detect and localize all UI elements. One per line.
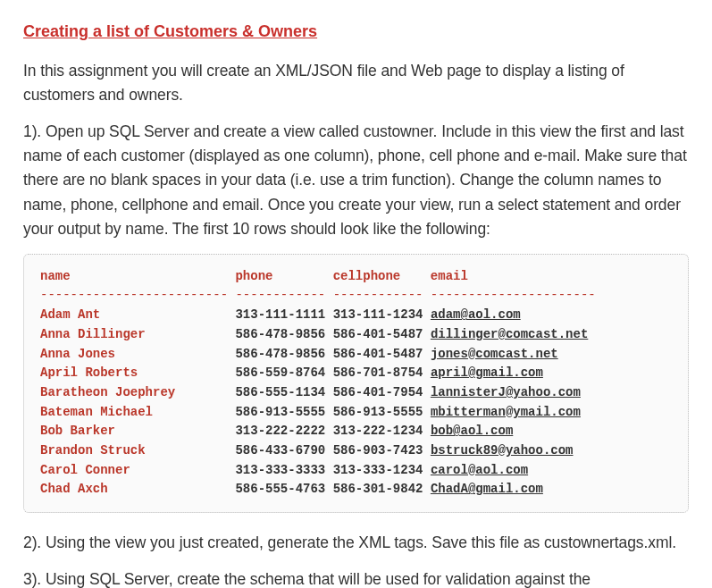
table-row: Chad Axch 586-555-4763 586-301-9842 Chad… [40, 480, 672, 500]
step-1: 1). Open up SQL Server and create a view… [23, 120, 689, 241]
table-separator: ------------------------- ------------ -… [40, 286, 672, 306]
table-row: Adam Ant 313-111-1111 313-111-1234 adam@… [40, 306, 672, 325]
row-name: Brandon Struck [40, 441, 235, 461]
table-row: Baratheon Joephrey 586-555-1134 586-401-… [40, 383, 672, 403]
table-row: Bob Barker 313-222-2222 313-222-1234 bob… [40, 422, 672, 441]
table-row: Anna Jones 586-478-9856 586-401-5487 jon… [40, 345, 672, 365]
row-phones: 586-555-1134 586-401-7954 [235, 385, 430, 399]
intro-paragraph: In this assignment you will create an XM… [23, 59, 689, 107]
row-phones: 586-555-4763 586-301-9842 [235, 482, 430, 496]
row-name: Bateman Michael [40, 403, 235, 423]
row-phones: 313-222-2222 313-222-1234 [235, 424, 430, 438]
row-phones: 586-478-9856 586-401-5487 [235, 327, 430, 341]
row-email-link[interactable]: ChadA@gmail.com [431, 482, 543, 496]
table-row: Anna Dillinger 586-478-9856 586-401-5487… [40, 325, 672, 345]
row-name: Adam Ant [40, 306, 235, 325]
table-header-row: name phone cellphone email [40, 267, 672, 287]
table-row: Bateman Michael 586-913-5555 586-913-555… [40, 403, 672, 423]
row-phones: 586-433-6790 586-903-7423 [235, 443, 430, 458]
row-phones: 313-333-3333 313-333-1234 [235, 463, 430, 477]
row-phones: 586-478-9856 586-401-5487 [235, 347, 430, 361]
row-email-link[interactable]: mbitterman@ymail.com [431, 405, 581, 419]
row-email-link[interactable]: carol@aol.com [431, 463, 528, 477]
row-name: Carol Conner [40, 461, 235, 481]
table-row: April Roberts 586-559-8764 586-701-8754 … [40, 364, 672, 383]
row-name: Baratheon Joephrey [40, 383, 235, 403]
row-name: April Roberts [40, 364, 235, 383]
sql-output-box: name phone cellphone email -------------… [23, 254, 689, 513]
row-email-link[interactable]: lannisterJ@yahoo.com [431, 385, 581, 399]
row-email-link[interactable]: april@gmail.com [431, 365, 543, 380]
row-email-link[interactable]: dillinger@comcast.net [431, 327, 588, 341]
row-name: Anna Jones [40, 345, 235, 365]
step-2: 2). Using the view you just created, gen… [23, 531, 689, 555]
row-name: Anna Dillinger [40, 325, 235, 345]
row-email-link[interactable]: bstruck89@yahoo.com [431, 443, 574, 458]
row-email-link[interactable]: adam@aol.com [431, 307, 521, 322]
page-title: Creating a list of Customers & Owners [23, 20, 689, 45]
table-row: Brandon Struck 586-433-6790 586-903-7423… [40, 441, 672, 461]
row-email-link[interactable]: bob@aol.com [431, 424, 513, 438]
row-name: Bob Barker [40, 422, 235, 441]
step-3: 3). Using SQL Server, create the schema … [23, 567, 689, 588]
row-phones: 313-111-1111 313-111-1234 [235, 307, 430, 322]
row-name: Chad Axch [40, 480, 235, 500]
row-phones: 586-913-5555 586-913-5555 [235, 405, 430, 419]
row-email-link[interactable]: jones@comcast.net [431, 347, 558, 361]
row-phones: 586-559-8764 586-701-8754 [235, 365, 430, 380]
table-row: Carol Conner 313-333-3333 313-333-1234 c… [40, 461, 672, 481]
